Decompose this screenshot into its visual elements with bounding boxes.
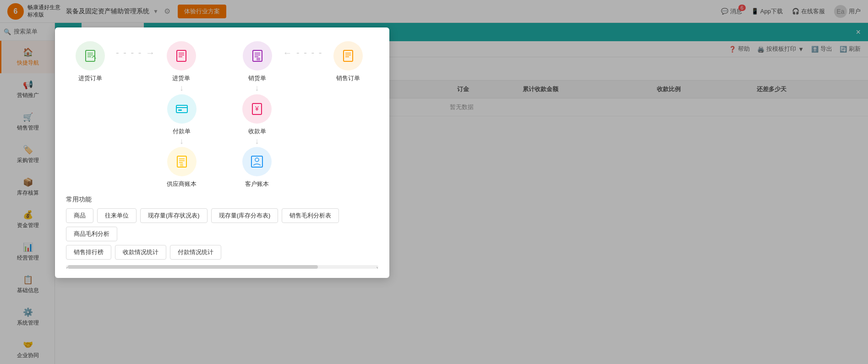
svg-rect-21 xyxy=(344,50,353,61)
flow-node-purchase-bill[interactable]: 进货单 xyxy=(167,41,196,82)
customer-ledger-label: 客户账本 xyxy=(245,180,269,188)
flow-diagram-area: 进货订单 - - - - → xyxy=(66,37,378,188)
flow-node-payment[interactable]: 付款单 xyxy=(167,94,197,136)
svg-rect-20 xyxy=(257,58,260,60)
payment-label: 付款单 xyxy=(173,127,191,136)
flow-node-purchase-order[interactable]: 进货订单 xyxy=(76,41,105,82)
content-area: 首页 销售订单执行表 × × ❓ 帮助 🖨️ 按模板打印 ▼ xyxy=(55,23,868,364)
arrow-v-customer: ↓ xyxy=(255,136,259,147)
supplier-ledger-circle: 账 xyxy=(167,147,197,176)
arrow-h-2: ← - - - - xyxy=(283,48,323,76)
flow-modal: 进货订单 - - - - → xyxy=(55,27,389,278)
svg-rect-8 xyxy=(176,105,187,113)
app-wrapper: 6 畅康通好生意 标准版 装备及固定资产辅助管理系统 ▼ ⚙ 体验行业方案 💬 … xyxy=(0,0,868,364)
func-btn-payment-stats[interactable]: 付款情况统计 xyxy=(170,245,221,260)
func-btn-stock-dist[interactable]: 现存量(库存分布表) xyxy=(211,208,278,223)
payment-circle xyxy=(167,94,197,124)
arrow-v-receipt: ↓ xyxy=(255,83,259,93)
sales-order-circle xyxy=(333,41,363,71)
func-btn-goods[interactable]: 商品 xyxy=(66,208,93,223)
common-funcs-title: 常用功能 xyxy=(66,196,378,204)
purchase-bill-label: 进货单 xyxy=(172,74,190,82)
func-buttons-row2: 销售排行榜 收款情况统计 付款情况统计 xyxy=(66,245,378,260)
sales-order-label: 销售订单 xyxy=(336,74,360,82)
svg-rect-4 xyxy=(177,50,186,61)
flow-node-supplier-ledger[interactable]: 账 供应商账本 xyxy=(167,147,197,188)
flow-node-customer-ledger[interactable]: 客户账本 xyxy=(242,147,272,188)
arrow-v-payment: ↓ xyxy=(180,83,184,93)
scroll-right-icon[interactable]: › xyxy=(376,265,378,269)
sales-bill-label: 销货单 xyxy=(248,74,266,82)
func-btn-partner[interactable]: 往来单位 xyxy=(97,208,136,223)
supplier-ledger-label: 供应商账本 xyxy=(167,180,197,188)
receipt-label: 收款单 xyxy=(248,127,266,136)
flow-node-sales-order[interactable]: 销售订单 xyxy=(333,41,363,82)
arrow-v-supplier: ↓ xyxy=(180,136,184,147)
common-funcs: 常用功能 商品 往来单位 现存量(库存状况表) 现存量(库存分布表) 销售毛利分… xyxy=(66,196,378,260)
modal-scrollbar: ‹ › xyxy=(66,265,378,269)
func-btn-sales-profit[interactable]: 销售毛利分析表 xyxy=(282,208,339,223)
func-btn-stock-status[interactable]: 现存量(库存状况表) xyxy=(140,208,207,223)
sales-bill-circle xyxy=(243,41,272,71)
svg-text:¥: ¥ xyxy=(255,105,259,112)
purchase-bill-circle xyxy=(167,41,196,71)
main-area: 🔍 搜索菜单 🏠 快捷导航 📢 营销推广 🛒 销售管理 🏷️ xyxy=(0,23,868,364)
purchase-order-circle xyxy=(76,41,105,71)
scroll-left-icon[interactable]: ‹ xyxy=(66,265,68,269)
func-buttons: 商品 往来单位 现存量(库存状况表) 现存量(库存分布表) 销售毛利分析表 商品… xyxy=(66,208,378,241)
customer-ledger-circle xyxy=(242,147,272,176)
scrollbar-thumb xyxy=(68,265,318,269)
func-btn-sales-rank[interactable]: 销售排行榜 xyxy=(66,245,111,260)
receipt-circle: ¥ xyxy=(242,94,272,124)
flow-node-receipt[interactable]: ¥ 收款单 xyxy=(242,94,272,136)
svg-rect-10 xyxy=(178,109,182,111)
svg-text:账: 账 xyxy=(180,163,184,167)
func-btn-receipt-stats[interactable]: 收款情况统计 xyxy=(115,245,166,260)
func-btn-goods-profit[interactable]: 商品毛利分析 xyxy=(66,227,117,241)
arrow-h-1: - - - - → xyxy=(116,48,156,76)
purchase-order-label: 进货订单 xyxy=(78,74,102,82)
flow-node-sales-bill[interactable]: 销货单 xyxy=(243,41,272,82)
